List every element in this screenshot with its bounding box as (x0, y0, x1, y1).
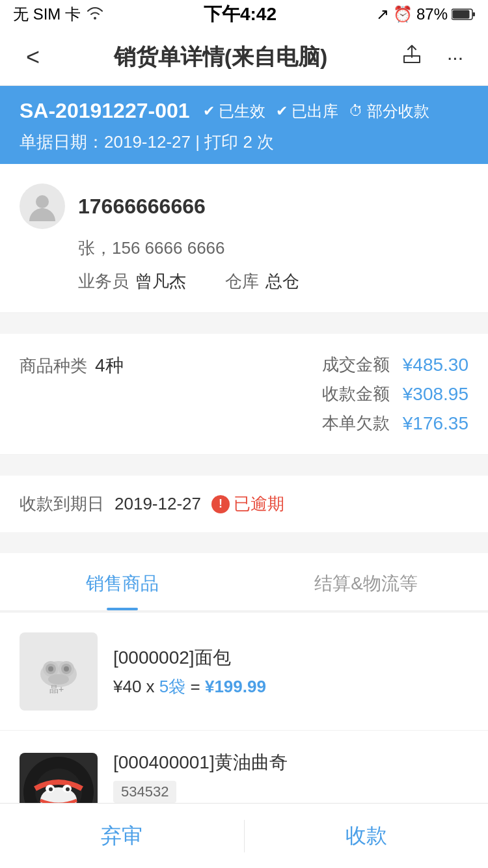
salesperson-value: 曾凡杰 (135, 270, 186, 293)
header-banner: SA-20191227-001 ✔ 已生效 ✔ 已出库 ⏱ 部分收款 单据日期：… (0, 86, 488, 164)
price-qty-1: 5袋 (159, 677, 185, 696)
overdue-icon: ! (211, 495, 230, 513)
tab-settlement-label: 结算&物流等 (314, 573, 418, 593)
bottom-bar: 弃审 收款 (0, 803, 488, 868)
status-left: 无 SIM 卡 (13, 4, 104, 25)
alarm-icon: ⏰ (393, 5, 413, 23)
check-icon-2: ✔ (276, 103, 288, 120)
customer-meta: 业务员 曾凡杰 仓库 总仓 (78, 270, 468, 293)
product-name-1: [0000002]面包 (113, 645, 468, 670)
status-time: 下午4:42 (204, 2, 277, 27)
order-id: SA-20191227-001 (20, 99, 190, 123)
badge-shipped-text: 已出库 (291, 101, 338, 122)
reject-button[interactable]: 弃审 (0, 809, 244, 863)
salesperson-label: 业务员 (78, 270, 129, 293)
customer-phone: 17666666666 (78, 195, 206, 219)
summary-row: 商品种类 4种 成交金额 ¥485.30 收款金额 ¥308.95 本单欠款 ¥… (20, 353, 468, 435)
due-label: 收款到期日 (20, 493, 104, 515)
due-section: 收款到期日 2019-12-27 ! 已逾期 (0, 476, 488, 532)
due-date: 2019-12-27 (115, 494, 201, 514)
deal-label: 成交金额 (322, 353, 390, 376)
collect-button[interactable]: 收款 (245, 809, 489, 863)
salesperson-item: 业务员 曾凡杰 (78, 270, 186, 293)
product-name-2: [000400001]黄油曲奇 (113, 750, 468, 775)
banner-top: SA-20191227-001 ✔ 已生效 ✔ 已出库 ⏱ 部分收款 (20, 99, 468, 123)
warehouse-label: 仓库 (225, 270, 259, 293)
product-item-1: 晶+ [0000002]面包 ¥40 x 5袋 = ¥199.99 (0, 613, 488, 731)
svg-point-10 (64, 666, 69, 671)
nav-bar: < 销货单详情(来自电脑) ··· (0, 29, 488, 86)
banner-badges: ✔ 已生效 ✔ 已出库 ⏱ 部分收款 (203, 101, 429, 122)
svg-point-9 (48, 666, 53, 671)
status-right: ↗ ⏰ 87% (376, 5, 475, 23)
badge-effective: ✔ 已生效 (203, 101, 265, 122)
nav-actions: ··· (395, 38, 468, 76)
product-price-1: ¥40 x 5袋 = ¥199.99 (113, 675, 468, 698)
type-label: 商品种类 (20, 355, 87, 377)
badge-effective-text: 已生效 (219, 101, 265, 122)
svg-point-3 (36, 195, 49, 208)
badge-partial-text: 部分收款 (367, 101, 429, 122)
svg-point-19 (66, 787, 70, 791)
customer-section: 17666666666 张，156 6666 6666 业务员 曾凡杰 仓库 总… (0, 164, 488, 313)
warehouse-item: 仓库 总仓 (225, 270, 299, 293)
banner-date: 单据日期：2019-12-27 | 打印 2 次 (20, 131, 468, 154)
tab-settlement[interactable]: 结算&物流等 (244, 553, 488, 610)
owe-label: 本单欠款 (322, 412, 390, 435)
battery-text: 87% (416, 5, 448, 23)
summary-section: 商品种类 4种 成交金额 ¥485.30 收款金额 ¥308.95 本单欠款 ¥… (0, 334, 488, 455)
badge-shipped: ✔ 已出库 (276, 101, 338, 122)
page-title: 销货单详情(来自电脑) (114, 42, 328, 72)
svg-point-18 (49, 787, 53, 791)
product-image-1: 晶+ (20, 632, 98, 711)
tabs-row: 销售商品 结算&物流等 (0, 553, 488, 610)
svg-rect-1 (472, 12, 475, 16)
customer-row: 17666666666 (20, 183, 468, 229)
receive-row: 收款金额 ¥308.95 (322, 383, 468, 405)
battery-icon (452, 8, 475, 21)
price-eq-1: = (191, 677, 205, 696)
divider-2 (0, 455, 488, 465)
wifi-icon (86, 5, 104, 23)
overdue-badge: ! 已逾期 (211, 493, 284, 515)
warehouse-value: 总仓 (265, 270, 299, 293)
check-icon: ✔ (203, 103, 215, 120)
svg-text:晶+: 晶+ (49, 684, 64, 694)
divider-3 (0, 532, 488, 543)
status-bar: 无 SIM 卡 下午4:42 ↗ ⏰ 87% (0, 0, 488, 29)
owe-row: 本单欠款 ¥176.35 (322, 412, 468, 435)
tab-sales-products[interactable]: 销售商品 (0, 553, 244, 610)
price-base-1: ¥40 x (113, 677, 159, 696)
share-button[interactable] (395, 38, 429, 76)
tabs-section: 销售商品 结算&物流等 (0, 553, 488, 612)
summary-left: 商品种类 4种 (20, 353, 124, 378)
divider-1 (0, 313, 488, 323)
svg-point-11 (48, 674, 69, 685)
back-button[interactable]: < (20, 37, 46, 77)
deal-row: 成交金额 ¥485.30 (322, 353, 468, 376)
tab-sales-label: 销售商品 (86, 573, 159, 593)
carrier-text: 无 SIM 卡 (13, 4, 81, 25)
customer-info: 张，156 6666 6666 (78, 237, 468, 260)
type-value: 4种 (95, 353, 124, 378)
price-total-1: ¥199.99 (205, 677, 266, 696)
svg-rect-2 (452, 10, 469, 19)
location-icon: ↗ (376, 5, 389, 23)
more-button[interactable]: ··· (442, 41, 468, 74)
receive-label: 收款金额 (322, 383, 390, 405)
product-tag-2: 534532 (113, 781, 176, 803)
overdue-text: 已逾期 (234, 493, 284, 515)
receive-value: ¥308.95 (403, 384, 468, 405)
deal-value: ¥485.30 (403, 355, 468, 375)
badge-partial: ⏱ 部分收款 (349, 101, 429, 122)
clock-icon: ⏱ (349, 103, 363, 120)
owe-value: ¥176.35 (403, 413, 468, 434)
customer-avatar (20, 183, 65, 229)
product-info-1: [0000002]面包 ¥40 x 5袋 = ¥199.99 (113, 645, 468, 698)
summary-right: 成交金额 ¥485.30 收款金额 ¥308.95 本单欠款 ¥176.35 (322, 353, 468, 435)
